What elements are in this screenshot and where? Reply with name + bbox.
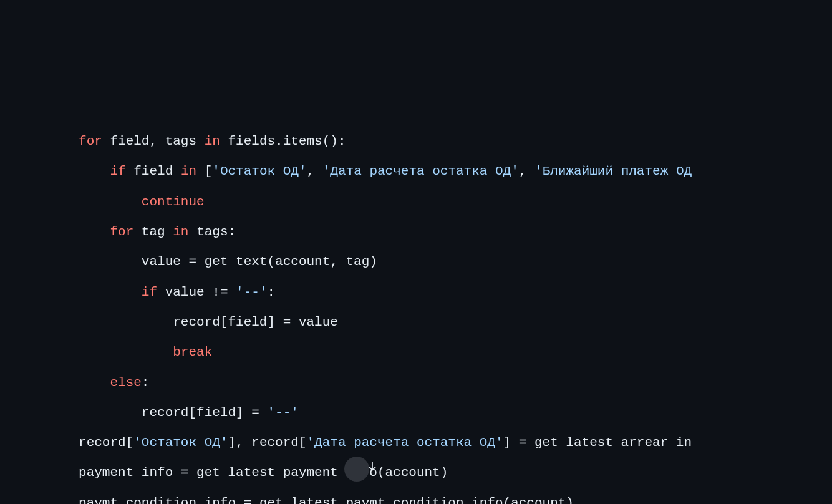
code-token: for [110, 225, 133, 239]
code-token: field [126, 164, 181, 178]
code-line: paymt_condition_info = get_latest_paymt_… [0, 488, 832, 504]
code-token: 'Дата расчета остатка ОД' [322, 164, 519, 178]
code-token: tags: [188, 225, 236, 239]
code-token: record[ [79, 435, 133, 450]
code-token: in [173, 225, 188, 239]
code-token: ] = get_latest_arrear_in [503, 435, 692, 450]
scroll-down-button[interactable] [344, 457, 369, 482]
code-token: ], record[ [228, 435, 306, 450]
code-line: continue [0, 187, 832, 217]
code-token: , [519, 164, 535, 178]
code-token: continue [142, 195, 205, 209]
code-line: record[field] = '--' [0, 398, 832, 428]
code-token: field, tags [102, 134, 205, 148]
code-token: 'Остаток ОД' [133, 435, 228, 450]
code-token: else [110, 376, 141, 390]
code-token: , [307, 164, 322, 178]
code-line: for field, tags in fields.items(): [0, 127, 832, 157]
code-token: for [79, 134, 102, 148]
code-token: value != [157, 285, 236, 299]
code-token: paymt_condition_info = get_latest_paymt_… [79, 496, 574, 504]
code-token: '--' [236, 285, 267, 299]
code-token: fields.items(): [220, 134, 346, 148]
code-line: else: [0, 368, 832, 398]
code-token: in [181, 164, 196, 178]
code-token: : [142, 376, 150, 390]
code-token: 'Остаток ОД' [212, 164, 306, 178]
code-block: for field, tags in fields.items(): if fi… [0, 127, 832, 504]
code-token: in [205, 134, 220, 148]
code-line: value = get_text(account, tag) [0, 247, 832, 277]
code-token: if [142, 285, 157, 299]
code-line: if field in ['Остаток ОД', 'Дата расчета… [0, 157, 832, 187]
arrow-down-icon [335, 424, 379, 504]
code-token: '--' [267, 405, 298, 420]
code-line: for tag in tags: [0, 217, 832, 247]
code-token: payment_info = get_latest_payment_info(a… [79, 465, 448, 480]
code-token: [ [196, 164, 212, 178]
code-token: break [173, 345, 212, 359]
code-token: tag [133, 225, 173, 239]
code-line: record[field] = value [0, 308, 832, 337]
code-line: payment_info = get_latest_payment_info(a… [0, 458, 832, 488]
code-token: record[field] = value [173, 315, 338, 329]
code-token: 'Ближайший платеж ОД [535, 164, 692, 178]
code-line: record['Остаток ОД'], record['Дата расче… [0, 428, 832, 458]
code-line: break [0, 337, 832, 367]
code-line: if value != '--': [0, 278, 832, 308]
code-token: record[field] = [142, 405, 268, 420]
code-token: : [268, 285, 276, 299]
code-token: if [110, 164, 125, 178]
code-token: value = get_text(account, tag) [142, 254, 377, 269]
